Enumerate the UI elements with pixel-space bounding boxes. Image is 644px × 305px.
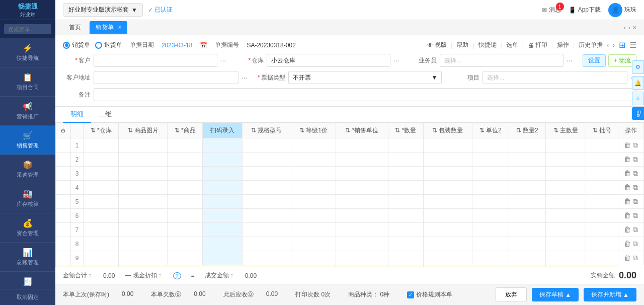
row-quantity[interactable] xyxy=(388,209,423,223)
messages-button[interactable]: ✉ 消息 1 xyxy=(542,6,561,14)
row-product[interactable] xyxy=(168,167,203,181)
row-copy-icon[interactable]: ⧉ xyxy=(633,183,638,192)
row-qty2[interactable] xyxy=(509,237,545,251)
row-quantity[interactable] xyxy=(388,237,423,251)
row-scan[interactable] xyxy=(203,181,243,195)
sidebar-item-marketing[interactable]: 📢 营销推广 xyxy=(0,97,55,126)
row-sales-unit[interactable] xyxy=(336,138,388,152)
tab-close-window[interactable]: × xyxy=(633,24,636,31)
row-copy-icon[interactable]: ⧉ xyxy=(633,240,638,248)
row-main-qty[interactable] xyxy=(545,152,586,167)
toolbar-nav-next[interactable]: › xyxy=(613,42,615,49)
row-sales-unit[interactable] xyxy=(336,195,388,209)
row-product-image[interactable] xyxy=(119,152,168,167)
row-unit2[interactable] xyxy=(472,251,509,265)
row-pkg-qty[interactable] xyxy=(423,223,472,237)
row-batch[interactable] xyxy=(586,138,618,152)
project-input[interactable]: 选择... xyxy=(482,71,627,84)
salesperson-input[interactable]: 选择... xyxy=(440,54,564,67)
row-product[interactable] xyxy=(168,181,203,195)
row-product-image[interactable] xyxy=(119,167,168,181)
tab-close-icon[interactable]: × xyxy=(118,24,121,31)
help-circle-icon[interactable]: ? xyxy=(173,272,181,279)
row-copy-icon[interactable]: ⧉ xyxy=(633,225,638,234)
row-warehouse[interactable] xyxy=(84,223,119,237)
row-spec[interactable] xyxy=(242,223,291,237)
row-batch[interactable] xyxy=(586,209,618,223)
row-sales-unit[interactable] xyxy=(336,167,388,181)
sidebar-item-purchase[interactable]: 📦 采购管理 xyxy=(0,155,55,184)
th-qty2[interactable]: ⇅ 数量2 xyxy=(509,123,545,138)
th-spec[interactable]: ⇅ 规格型号 xyxy=(242,123,291,138)
row-qty2[interactable] xyxy=(509,138,545,152)
company-selector[interactable]: 好业财专业版演示帐套 ▼ xyxy=(63,3,143,17)
row-grade-price[interactable] xyxy=(291,251,336,265)
th-settings[interactable]: ⚙ xyxy=(56,123,71,138)
sidebar-item-project[interactable]: 📋 项目合同 xyxy=(0,67,55,97)
row-grade-price[interactable] xyxy=(291,223,336,237)
row-unit2[interactable] xyxy=(472,223,509,237)
row-delete-icon[interactable]: 🗑 xyxy=(624,211,631,220)
toolbar-shortcuts[interactable]: 快捷键 xyxy=(478,41,497,49)
list-view-icon[interactable]: ☰ xyxy=(629,40,636,50)
tab-home[interactable]: 首页 xyxy=(63,21,87,34)
row-qty2[interactable] xyxy=(509,251,545,265)
row-main-qty[interactable] xyxy=(545,195,586,209)
row-scan[interactable] xyxy=(203,167,243,181)
row-spec[interactable] xyxy=(242,251,291,265)
th-main-qty[interactable]: ⇅ 主数量 xyxy=(545,123,586,138)
toolbar-view[interactable]: 👁 视版 xyxy=(427,41,447,49)
abandon-button[interactable]: 放弃 xyxy=(496,287,527,302)
customer-dots-button[interactable]: ··· xyxy=(220,56,226,64)
row-product-image[interactable] xyxy=(119,209,168,223)
row-sales-unit[interactable] xyxy=(336,152,388,167)
row-unit2[interactable] xyxy=(472,167,509,181)
toolbar-print[interactable]: 🖨 打印 xyxy=(528,41,547,49)
row-copy-icon[interactable]: ⧉ xyxy=(633,155,638,164)
row-qty2[interactable] xyxy=(509,209,545,223)
row-unit2[interactable] xyxy=(472,195,509,209)
th-batch[interactable]: ⇅ 批号 xyxy=(586,123,618,138)
row-quantity[interactable] xyxy=(388,223,423,237)
row-product[interactable] xyxy=(168,195,203,209)
row-product[interactable] xyxy=(168,209,203,223)
row-sales-unit[interactable] xyxy=(336,181,388,195)
row-quantity[interactable] xyxy=(388,251,423,265)
sidebar-item-sales[interactable]: 🛒 销售管理 xyxy=(0,126,55,155)
row-delete-icon[interactable]: 🗑 xyxy=(624,183,631,192)
row-product-image[interactable] xyxy=(119,195,168,209)
row-warehouse[interactable] xyxy=(84,152,119,167)
toolbar-operations[interactable]: 操作 xyxy=(557,41,569,49)
row-spec[interactable] xyxy=(242,167,291,181)
row-grade-price[interactable] xyxy=(291,181,336,195)
row-sales-unit[interactable] xyxy=(336,251,388,265)
row-scan[interactable] xyxy=(203,223,243,237)
th-product-image[interactable]: ⇅ 商品图片 xyxy=(119,123,168,138)
tab-sales-order[interactable]: 销货单 × xyxy=(90,21,127,34)
row-delete-icon[interactable]: 🗑 xyxy=(624,254,631,262)
row-copy-icon[interactable]: ⧉ xyxy=(633,141,638,149)
sidebar-item-invoice[interactable]: 🧾 发票管理 xyxy=(0,272,55,289)
row-copy-icon[interactable]: ⧉ xyxy=(633,211,638,220)
row-pkg-qty[interactable] xyxy=(423,195,472,209)
row-sales-unit[interactable] xyxy=(336,237,388,251)
row-pkg-qty[interactable] xyxy=(423,138,472,152)
row-copy-icon[interactable]: ⧉ xyxy=(633,169,638,178)
row-batch[interactable] xyxy=(586,181,618,195)
tab-detail[interactable]: 明细 xyxy=(63,107,91,123)
warehouse-dots-button[interactable]: ··· xyxy=(393,56,399,64)
tab-nav-next[interactable]: › xyxy=(628,24,630,31)
radio-return-order[interactable]: 退货单 xyxy=(95,41,122,49)
price-rule-checkbox[interactable]: ✓ 价格规则本单 xyxy=(407,290,452,299)
setting-button[interactable]: 设置 xyxy=(583,54,606,67)
row-delete-icon[interactable]: 🗑 xyxy=(624,197,631,206)
row-qty2[interactable] xyxy=(509,181,545,195)
toolbar-history[interactable]: 历史单据 xyxy=(579,41,603,49)
address-dots-button[interactable]: ··· xyxy=(242,73,248,82)
row-delete-icon[interactable]: 🗑 xyxy=(624,240,631,248)
row-main-qty[interactable] xyxy=(545,138,586,152)
row-qty2[interactable] xyxy=(509,195,545,209)
row-scan[interactable] xyxy=(203,138,243,152)
row-main-qty[interactable] xyxy=(545,223,586,237)
search-input[interactable] xyxy=(4,24,51,34)
